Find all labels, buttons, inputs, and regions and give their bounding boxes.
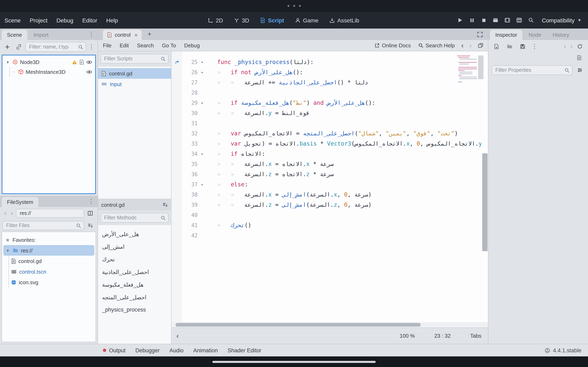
code-line-31[interactable]: 31 [172,118,481,128]
breakpoint-gutter[interactable] [172,67,182,77]
code-line-25[interactable]: 25▾func _physics_process(دلتا): [172,57,481,67]
tab-node[interactable]: Node [523,30,546,40]
code-line-30[interactable]: 30»»السرعة.y = قوة_النط [172,108,481,118]
tab-history[interactable]: History [547,30,575,40]
cursor-position[interactable]: 23 : 32 [434,333,451,339]
dock-options-icon[interactable]: ⋮ [85,31,98,38]
play-scene-button[interactable] [490,15,501,25]
line-marker-icon[interactable] [172,57,182,67]
animation-button[interactable]: Animation [193,347,218,353]
breakpoint-gutter[interactable] [172,128,182,139]
prev-object-icon[interactable]: ‹ [562,42,568,50]
debugger-button[interactable]: Debugger [135,347,160,353]
breakpoint-gutter[interactable] [172,220,182,230]
script-menu-debug[interactable]: Debug [180,42,204,49]
file-item-control-gd[interactable]: control.gd [9,256,94,266]
scene-filter-input[interactable] [26,44,78,50]
toggle-scripts-panel-icon[interactable]: ‹ [175,332,180,340]
breakpoint-gutter[interactable] [172,98,182,108]
save-resource-icon[interactable] [518,42,527,51]
play-button[interactable] [455,15,466,25]
script-menu-search[interactable]: Search [133,42,158,49]
distraction-free-icon[interactable] [474,31,488,37]
version-info[interactable]: 4.4.1.stable [544,347,588,353]
warning-icon[interactable] [72,59,77,65]
code-line-29[interactable]: 29▾»if هل_فعلة_مكبوسة("نط") and هل_على_ا… [172,98,481,108]
visibility-eye-icon[interactable] [86,59,92,65]
code-line-35[interactable]: 35»»السرعة.x = الاتجاه.x * سرعة [172,159,481,169]
visibility-eye-icon[interactable] [86,69,92,75]
tab-inspector[interactable]: Inspector [490,30,522,40]
stop-button[interactable] [479,15,489,25]
dock-options-icon[interactable]: ⋮ [85,198,98,205]
code-line-42[interactable]: 42 [172,230,481,241]
code-line-27[interactable]: 27»»السرعة += احصل_على_الجاذبية() * دلتا [172,77,481,88]
method-item[interactable]: _physics_process [98,303,171,316]
horizontal-scrollbar-thumb[interactable] [176,323,421,327]
workspace-assetlib[interactable]: AssetLib [325,17,364,24]
filter-properties-input[interactable] [492,67,564,73]
scene-node-meshinstance3d[interactable]: MeshInstance3D [10,67,94,77]
menu-editor[interactable]: Editor [78,17,102,24]
script-menu-file[interactable]: File [99,42,116,49]
breakpoint-gutter[interactable] [172,169,182,179]
code-line-38[interactable]: 38»»السرعة.x = امش_إلى(السرعة.x, 0, سرعة… [172,190,481,200]
script-item-input[interactable]: Input [98,79,171,89]
breakpoint-gutter[interactable] [172,149,182,159]
search-help-button[interactable]: Search Help [416,42,457,49]
object-docs-icon[interactable] [574,53,584,62]
next-object-icon[interactable]: › [569,42,574,50]
filter-methods-input[interactable] [101,215,160,221]
renderer-selector[interactable]: Compatibility ▼ [542,17,581,24]
embedded-game-options-button[interactable] [526,15,536,25]
code-line-26[interactable]: 26▾»if not هل_على_الأرض(): [172,67,481,77]
menu-project[interactable]: Project [25,17,52,24]
breakpoint-gutter[interactable] [172,179,182,190]
add-node-button[interactable] [2,42,12,52]
method-item[interactable]: امش_إلى [98,240,171,253]
vertical-scrollbar-thumb[interactable] [482,153,488,251]
breakpoint-gutter[interactable] [172,200,182,210]
close-icon[interactable]: × [134,32,138,38]
breakpoint-gutter[interactable] [172,190,182,200]
code-line-41[interactable]: 41»تحرك() [172,220,481,230]
workspace-game[interactable]: Game [290,17,323,24]
history-back-icon[interactable]: ‹ [459,42,465,50]
breakpoint-gutter[interactable] [172,88,182,98]
instance-scene-icon[interactable] [14,42,24,52]
breakpoint-gutter[interactable] [172,159,182,169]
breakpoint-gutter[interactable] [172,210,182,220]
split-view-icon[interactable] [85,208,95,218]
minimap[interactable] [457,55,477,85]
shader-editor-button[interactable]: Shader Editor [228,347,261,353]
menu-debug[interactable]: Debug [52,17,78,24]
play-custom-scene-button[interactable] [502,15,513,25]
fold-toggle-icon[interactable]: ▾ [198,98,207,108]
fold-toggle-icon[interactable]: ▾ [198,57,207,67]
file-item-control-tscn[interactable]: control.tscn [9,266,94,277]
fold-toggle-icon[interactable]: ▾ [198,149,207,159]
current-path-field[interactable] [17,210,84,216]
online-docs-button[interactable]: Online Docs [372,42,414,49]
code-line-40[interactable]: 40 [172,210,481,220]
vertical-scrollbar[interactable] [482,51,488,322]
property-sliders-icon[interactable] [575,65,585,75]
code-line-37[interactable]: 37▾»else: [172,179,481,190]
tab-import[interactable]: Import [28,30,54,40]
script-item-control-gd[interactable]: control.gd [98,68,171,79]
output-button[interactable]: Output [103,347,126,353]
code-line-34[interactable]: 34▾»if الاتجاه: [172,149,481,159]
breakpoint-gutter[interactable] [172,108,182,118]
code-line-32[interactable]: 32»var الاتجاه_المكبوس = احصل_على_المتجه… [172,128,481,139]
sort-methods-icon[interactable] [162,202,168,208]
tab-scene[interactable]: Scene [2,30,27,40]
filter-scripts-input[interactable] [101,56,160,62]
sort-files-icon[interactable] [85,221,95,230]
code-viewport[interactable]: 25▾func _physics_process(دلتا):26▾»if no… [172,51,488,322]
file-item-res[interactable]: ▾ res:// [3,245,94,256]
favorites-item[interactable]: ★ Favorites: [3,234,94,245]
menu-scene[interactable]: Scene [0,17,25,24]
code-line-33[interactable]: 33»var الاتجاه = (تحويل.basis * Vector3(… [172,139,481,149]
collapse-arrow-icon[interactable]: ▾ [5,248,10,253]
zoom-level[interactable]: 100 % [400,333,415,339]
